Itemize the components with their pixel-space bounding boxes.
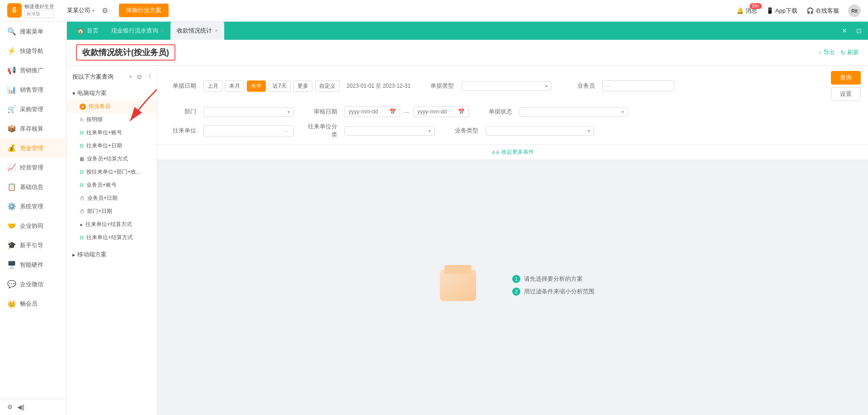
audit-date-from-input[interactable] [349,108,389,115]
date-btn-last-month[interactable]: 上月 [203,80,222,92]
sidebar-item-sales[interactable]: 📊 销售管理 [0,80,66,99]
tab-home[interactable]: 🏠 首页 [71,22,105,40]
doc-status-label: 单据状态 [481,108,512,116]
hardware-icon: 🖥️ [7,260,16,269]
filter-row-2: 部门 ▾ 审核日期 📅 — [165,106,861,117]
biz-type-select[interactable]: ▾ [486,126,594,136]
tree-child-unit-dept-collect[interactable]: ⊟ 按往来单位+部门+收... [67,165,157,179]
doc-status-select[interactable]: ▾ [519,107,628,117]
tree-child-unit-date[interactable]: ⊟ 往来单位+日期 [67,139,157,152]
add-scheme-icon[interactable]: ＋ [127,73,134,81]
sidebar-item-operation[interactable]: 📈 经营管理 [0,158,66,177]
tree-child-unit-settlement2[interactable]: ⊟ 往来单位+结算方式 [67,231,157,244]
user-avatar[interactable]: Rit [848,5,861,17]
filter-row-3: 往来单位 ··· 往来单位分类 ▾ 业务类型 [165,123,861,139]
tab-receipt-close[interactable]: × [215,28,218,34]
app-download-btn[interactable]: 📱 App下载 [766,7,797,15]
body-split: 按以下方案查询 ＋ ⚙ 《 [67,66,868,415]
notification-count: 99+ [750,3,762,9]
audit-date-to[interactable]: 📅 [413,106,469,117]
sidebar-item-hardware[interactable]: 🖥️ 智能硬件 [0,255,66,274]
tree-child-dept-date[interactable]: ⏱ 部门+日期 [67,205,157,218]
sidebar-item-search[interactable]: 🔍 搜索菜单 [0,22,66,41]
sidebar-label-operation: 经营管理 [20,164,43,172]
unit-dots-icon: ··· [283,127,288,134]
tab-bank[interactable]: 现金银行流水查询 × [105,22,170,40]
sidebar-label-purchase: 采购管理 [20,105,43,113]
audit-date-to-input[interactable] [417,108,458,115]
dept-select[interactable]: ▾ [203,107,294,117]
left-panel: 按以下方案查询 ＋ ⚙ 《 [67,66,157,415]
sidebar-settings-icon[interactable]: ⚙ [7,404,13,410]
refresh-label: 刷新 [847,48,859,57]
panel-title: 按以下方案查询 [72,73,113,81]
query-btn-group: 查询 设置 [831,71,861,101]
sidebar-item-inventory[interactable]: 📦 库存核算 [0,119,66,138]
collapse-panel-icon[interactable]: 《 [145,73,151,81]
sidebar-item-system[interactable]: ⚙️ 系统管理 [0,197,66,216]
salesman-select[interactable]: ··· [602,80,675,91]
audit-date-from[interactable]: 📅 [344,106,400,117]
tab-maximize-btn[interactable]: ⊡ [854,25,864,36]
sidebar-item-marketing[interactable]: 📢 营销推广 [0,61,66,80]
tree-child-salesman-date[interactable]: ⏱ 业务员+日期 [67,192,157,205]
sidebar-item-enterprise[interactable]: 🤝 企业协同 [0,216,66,236]
service-icon: 🎧 [807,7,814,14]
sidebar-item-member[interactable]: 👑 畅会员 [0,294,66,313]
date-btn-this-year[interactable]: 本年 [247,80,266,92]
export-btn[interactable]: ↑ 导出 [819,48,835,57]
tree-child-salesman-settlement[interactable]: ▦ 业务员+结算方式 [67,152,157,165]
query-button[interactable]: 查询 [831,71,861,85]
notification-btn[interactable]: 🔔 消息 99+ [736,7,757,15]
tree-child-unit-account[interactable]: ⊟ 往来单位+账号 [67,126,157,139]
step-2-text: 用过滤条件来缩小分析范围 [524,288,594,296]
date-range-text: 2023-01-01 至 2023-12-31 [347,82,410,90]
date-btn-more[interactable]: 更多 [293,80,312,92]
tree-parent-desktop[interactable]: ▾ 电脑端方案 [67,86,157,100]
marketing-icon: 📢 [7,66,16,75]
sidebar-item-finance[interactable]: 💰 资金管理 [0,138,66,158]
tab-bank-close[interactable]: × [161,28,164,34]
unit-select[interactable]: ··· [203,125,294,137]
date-btn-custom[interactable]: 自定义 [315,80,340,92]
tree-parent-mobile[interactable]: ▸ 移动端方案 [67,248,157,261]
operation-icon: 📈 [7,163,16,172]
refresh-btn[interactable]: ↻ 刷新 [840,48,859,57]
collapse-btn[interactable]: ∧∧ 收起更多条件 [157,146,868,159]
company-selector[interactable]: 某某公司 ▾ [67,6,94,14]
sidebar-label-inventory: 库存核算 [20,125,43,133]
sidebar-item-purchase[interactable]: 🛒 采购管理 [0,99,66,119]
page-title-box: 收款情况统计(按业务员) [76,44,175,61]
step-1-num: 1 [512,275,520,283]
logo-area: 6 畅捷通好生意 标准版 [7,3,54,18]
top-bar-right: 🔔 消息 99+ 📱 App下载 🎧 在线客服 Rit [736,5,861,17]
app-download-label: App下载 [775,7,797,15]
biz-type-label: 业务类型 [447,127,478,135]
doc-type-arrow-icon: ▾ [545,84,547,89]
date-btn-7days[interactable]: 近7天 [269,80,291,92]
online-service-btn[interactable]: 🎧 在线客服 [807,7,839,15]
desktop-section-label: 电脑端方案 [77,89,107,97]
doc-type-select[interactable]: ▾ [461,81,552,91]
settings-button[interactable]: 设置 [831,87,861,101]
sidebar-item-wechat[interactable]: 💬 企业微信 [0,274,66,294]
sidebar-item-guide[interactable]: 🎓 新手引导 [0,236,66,255]
sidebar-item-basic[interactable]: 📋 基础信息 [0,177,66,197]
tree-child-salesman-account[interactable]: ⊟ 业务员+账号 [67,179,157,192]
date-btn-this-month[interactable]: 本月 [225,80,244,92]
scheme-label-detail: 按明细 [86,116,103,123]
settings-icon-btn[interactable]: ⚙ [98,4,112,17]
detail-scheme-icon: ⊞ [80,117,84,123]
tree-child-unit-settlement1[interactable]: ● 往来单位+结算方式 [67,218,157,231]
unit-category-select[interactable]: ▾ [344,126,435,136]
sidebar-collapse-icon[interactable]: ◀‖ [17,404,25,410]
scheme-label-salesman-date: 业务员+日期 [87,194,118,202]
tree-child-by-salesman[interactable]: ● 按业务员 [67,100,157,113]
tab-receipt[interactable]: 收款情况统计 × [170,22,224,40]
tree-child-by-detail[interactable]: ⊞ 按明细 [67,113,157,126]
trial-button[interactable]: 体验行业方案 [119,4,169,17]
manage-scheme-icon[interactable]: ⚙ [137,73,142,80]
content-area: 🏠 首页 现金银行流水查询 × 收款情况统计 × ✕ ⊡ 收款情况统计(按业务员… [67,22,868,415]
sidebar-item-quicknav[interactable]: ⚡ 快捷导航 [0,41,66,61]
tab-close-all-btn[interactable]: ✕ [839,25,850,36]
